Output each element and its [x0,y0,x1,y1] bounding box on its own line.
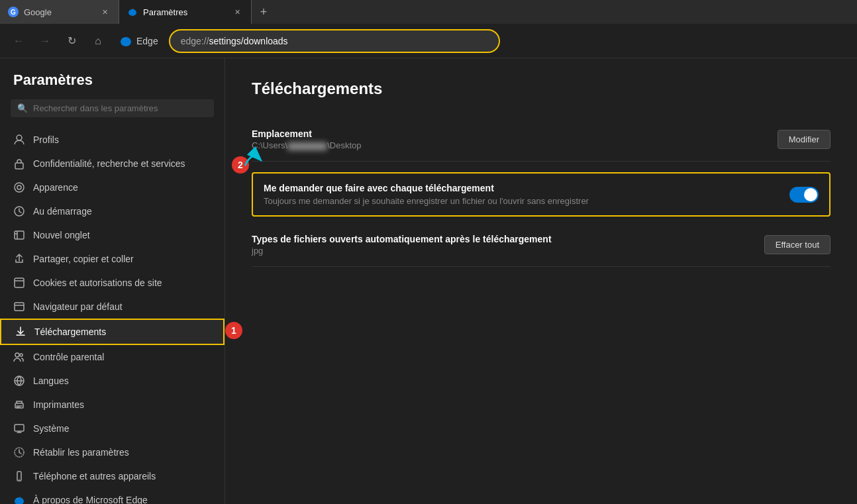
tab-google[interactable]: G Google ✕ [0,0,119,24]
ask-setting-row: Me demander que faire avec chaque téléch… [252,172,831,217]
sidebar-item-navigateur[interactable]: Navigateur par défaut [0,295,225,319]
address-path: settings/downloads [209,36,288,46]
forward-icon: → [40,35,50,47]
sidebar-item-apropos[interactable]: À propos de Microsoft Edge [0,488,225,504]
svg-rect-7 [15,231,24,239]
svg-point-4 [15,183,24,192]
svg-point-18 [15,497,24,504]
modifier-button[interactable]: Modifier [778,130,831,149]
svg-point-0 [128,9,136,16]
sidebar-item-telechargements[interactable]: Téléchargements [0,319,225,345]
sidebar-item-profils[interactable]: Profils [0,128,225,152]
sidebar-item-demarrage[interactable]: Au démarrage [0,199,225,223]
imprimantes-icon [13,399,25,411]
controle-parental-icon [13,351,25,363]
search-box[interactable]: 🔍 [11,99,214,117]
auto-open-label: Types de fichiers ouverts automatiquemen… [252,234,552,244]
new-tab-button[interactable]: + [252,0,276,24]
sidebar-item-telephone[interactable]: Téléphone et autres appareils [0,464,225,488]
edge-label: Edge [136,36,158,46]
sidebar-item-systeme-label: Système [33,423,69,434]
sidebar-title: Paramètres [0,72,225,99]
profils-icon [13,134,25,146]
auto-open-section: Types de fichiers ouverts automatiquemen… [252,223,831,267]
partager-icon [13,253,25,265]
home-button[interactable]: ⌂ [87,30,109,52]
edge-tab-icon [127,7,138,17]
titlebar: G Google ✕ Paramètres ✕ + [0,0,857,24]
telephone-icon [13,470,25,482]
effacer-tout-button[interactable]: Effacer tout [764,235,831,254]
sidebar-item-langues[interactable]: Langues [0,369,225,393]
back-button[interactable]: ← [8,30,29,52]
forward-button[interactable]: → [34,30,56,52]
sidebar-item-partager[interactable]: Partager, copier et coller [0,247,225,271]
toggle-knob [804,188,817,201]
sidebar-item-apparence-label: Apparence [33,182,78,193]
address-bar[interactable]: edge://settings/downloads [169,29,500,53]
auto-open-value: jpg [252,246,552,256]
svg-rect-3 [15,163,23,169]
svg-point-10 [15,353,19,357]
sidebar-item-apparence[interactable]: Apparence [0,176,225,199]
tab-parametres[interactable]: Paramètres ✕ [119,0,252,24]
systeme-icon [13,423,25,434]
cookies-icon [13,277,25,289]
sidebar-item-imprimantes-label: Imprimantes [33,399,84,410]
svg-rect-8 [15,278,24,287]
ask-setting-left: Me demander que faire avec chaque téléch… [264,183,789,206]
sidebar-item-systeme[interactable]: Système [0,417,225,440]
svg-point-1 [121,37,131,46]
address-text: edge://settings/downloads [181,36,488,46]
tab-google-close[interactable]: ✕ [99,6,111,18]
path-prefix: C:\Users\ [252,140,287,150]
apparence-icon [13,181,25,193]
edge-logo-icon [119,34,132,48]
emplacement-label: Emplacement [252,128,361,139]
emplacement-row: Emplacement C:\Users\\Desktop Modifier [252,118,831,162]
path-suffix: \Desktop [327,140,361,150]
sidebar-item-controle-parental-label: Contrôle parental [33,352,104,362]
emplacement-left: Emplacement C:\Users\\Desktop [252,128,361,150]
nouvel-onglet-icon [13,229,25,241]
sidebar-item-nouvel-onglet[interactable]: Nouvel onglet [0,223,225,247]
sidebar-item-cookies[interactable]: Cookies et autorisations de site [0,271,225,295]
sidebar-item-navigateur-label: Navigateur par défaut [33,301,123,312]
emplacement-section: Emplacement C:\Users\\Desktop Modifier [252,118,831,162]
ask-setting-toggle[interactable] [789,187,819,203]
tab-google-label: Google [24,7,52,17]
auto-open-left: Types de fichiers ouverts automatiquemen… [252,234,552,256]
sidebar-item-retablir[interactable]: Rétablir les paramètres [0,440,225,464]
svg-point-2 [17,135,22,140]
ask-setting-sub: Toujours me demander si je souhaite enre… [264,196,789,206]
sidebar-item-retablir-label: Rétablir les paramètres [33,447,129,458]
refresh-button[interactable]: ↻ [61,30,82,52]
page-title: Téléchargements [252,79,831,98]
home-icon: ⌂ [95,35,101,47]
edge-logo: Edge [114,34,164,48]
sidebar-item-imprimantes[interactable]: Imprimantes [0,393,225,417]
telechargements-icon [15,326,26,338]
tab-parametres-close[interactable]: ✕ [231,6,243,18]
sidebar-item-confidentialite[interactable]: Confidentialité, recherche et services [0,152,225,176]
ask-setting-label: Me demander que faire avec chaque téléch… [264,183,789,193]
svg-rect-14 [15,425,24,431]
svg-point-5 [17,185,21,189]
apropos-icon [13,494,25,504]
sidebar-item-langues-label: Langues [33,376,69,386]
search-input[interactable] [33,103,207,113]
search-icon: 🔍 [17,103,28,113]
sidebar-item-demarrage-label: Au démarrage [33,206,92,217]
address-protocol: edge:// [181,36,209,46]
sidebar-item-controle-parental[interactable]: Contrôle parental [0,345,225,369]
tab-parametres-label: Paramètres [143,7,187,17]
sidebar: Paramètres 🔍 Profils Confidentialité, re… [0,58,225,504]
sidebar-item-telephone-label: Téléphone et autres appareils [33,471,156,481]
confidentialite-icon [13,158,25,170]
blurred-username [287,142,327,150]
auto-open-row: Types de fichiers ouverts automatiquemen… [252,223,831,267]
svg-point-17 [19,479,20,480]
sidebar-item-telechargements-label: Téléchargements [34,327,106,337]
navigateur-icon [13,301,25,313]
retablir-icon [13,446,25,458]
